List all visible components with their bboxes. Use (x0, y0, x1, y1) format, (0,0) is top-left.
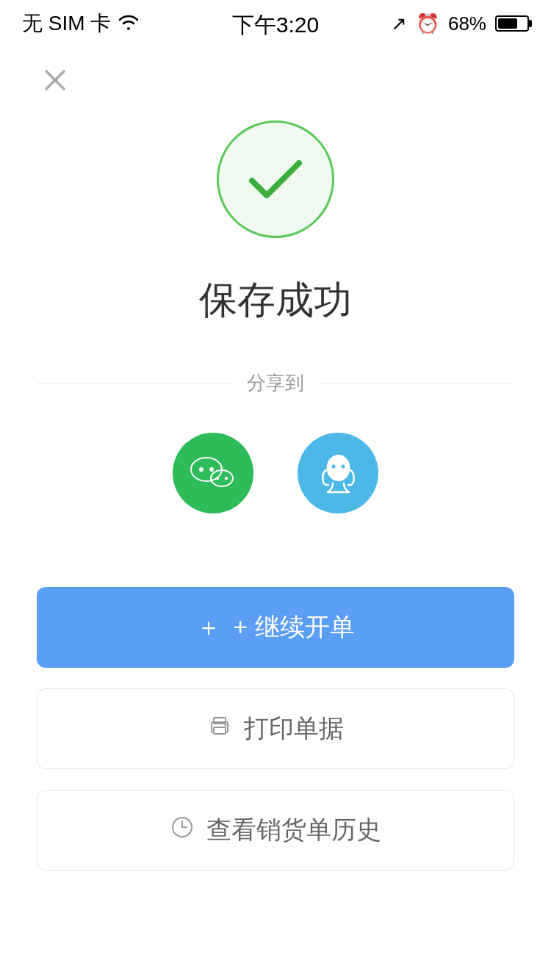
qq-icon (318, 450, 359, 497)
status-bar: 无 SIM 卡 下午3:20 ↗ ⏰ 68% (0, 0, 551, 47)
share-icons (37, 433, 514, 514)
status-left: 无 SIM 卡 (22, 10, 139, 37)
success-section: 保存成功 分享到 (37, 47, 514, 871)
svg-point-15 (225, 724, 227, 727)
continue-button[interactable]: ＋ + 继续开单 (37, 587, 514, 668)
share-label: 分享到 (232, 370, 319, 396)
location-icon: ↗ (391, 12, 407, 35)
close-button[interactable] (37, 62, 73, 98)
close-icon (42, 67, 68, 93)
checkmark-icon (246, 157, 305, 201)
continue-label: + 继续开单 (233, 610, 354, 644)
share-divider: 分享到 (37, 370, 514, 396)
svg-point-3 (199, 467, 204, 472)
status-time: 下午3:20 (232, 10, 319, 40)
svg-point-8 (326, 455, 350, 481)
history-icon (170, 815, 195, 846)
carrier-text: 无 SIM 卡 (22, 10, 111, 37)
battery-icon (495, 15, 529, 32)
svg-rect-14 (214, 727, 226, 734)
success-title: 保存成功 (199, 275, 352, 326)
svg-point-6 (215, 476, 218, 479)
plus-icon: ＋ (196, 610, 221, 644)
wifi-icon (118, 12, 139, 35)
print-icon (207, 713, 232, 744)
main-content: 保存成功 分享到 (0, 47, 551, 871)
success-circle (217, 120, 334, 238)
qq-share-button[interactable] (298, 433, 378, 514)
history-label: 查看销货单历史 (206, 813, 381, 847)
divider-left (37, 383, 232, 383)
battery-percent: 68% (448, 12, 486, 35)
share-section: 分享到 (37, 370, 514, 514)
divider-right (319, 383, 514, 383)
history-button[interactable]: 查看销货单历史 (37, 790, 514, 871)
print-label: 打印单据 (244, 712, 344, 746)
svg-point-11 (341, 464, 345, 468)
status-right: ↗ ⏰ 68% (391, 12, 529, 35)
print-button[interactable]: 打印单据 (37, 688, 514, 769)
wechat-icon (190, 453, 237, 494)
alarm-icon: ⏰ (416, 12, 439, 35)
wechat-share-button[interactable] (173, 433, 253, 514)
svg-point-4 (209, 467, 214, 472)
action-buttons: ＋ + 继续开单 打印单据 (37, 587, 514, 871)
svg-point-7 (224, 476, 227, 479)
svg-point-10 (331, 464, 335, 468)
